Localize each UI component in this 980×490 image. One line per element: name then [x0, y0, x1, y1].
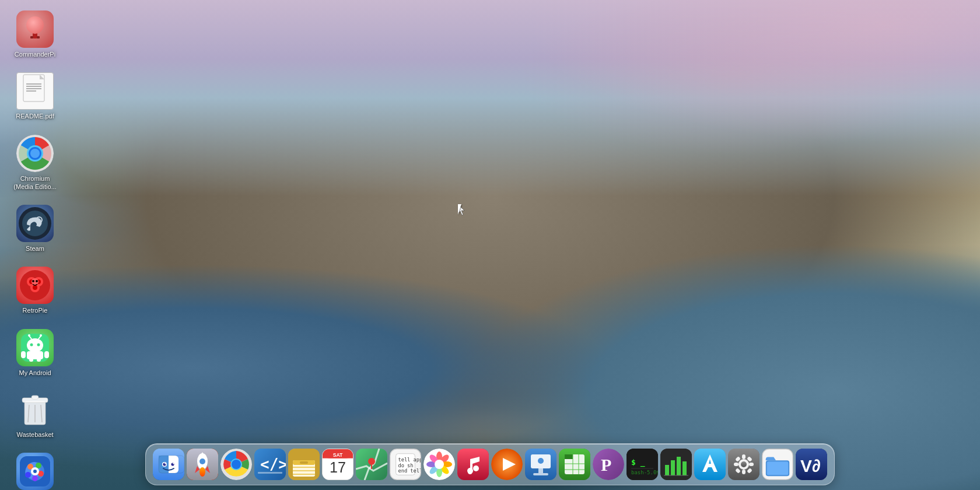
svg-point-0: [29, 20, 41, 32]
svg-text:$ _: $ _: [631, 458, 645, 467]
commanderpi-icon[interactable]: CommanderPi: [6, 6, 64, 63]
dock-calendar-icon: SAT 17: [322, 449, 354, 480]
dock-item-sysprefs[interactable]: [728, 449, 760, 480]
myandroid-label: My Android: [19, 369, 51, 377]
dock: </>: [145, 443, 835, 485]
svg-point-101: [368, 458, 375, 465]
svg-point-36: [30, 343, 33, 346]
svg-rect-8: [33, 32, 37, 38]
svg-point-22: [22, 211, 48, 236]
svg-text:end tell: end tell: [398, 468, 421, 474]
svg-point-58: [32, 475, 38, 481]
commanderpi-label: CommanderPi: [15, 50, 55, 58]
dock-chrome-icon: [220, 449, 252, 480]
dock-item-numbers[interactable]: [559, 449, 590, 480]
retropie-label: RetroPie: [23, 306, 48, 314]
dock-item-launchpad[interactable]: [187, 449, 218, 480]
svg-rect-85: [258, 472, 282, 474]
svg-text:do sh: do sh: [398, 463, 413, 468]
svg-point-3: [32, 20, 38, 26]
svg-point-71: [173, 463, 174, 464]
chromium-label-line1: Chromium: [20, 175, 50, 182]
myandroid-icon[interactable]: My Android: [6, 324, 64, 382]
dock-item-pockity[interactable]: P: [593, 449, 624, 480]
dock-appstore-icon: [694, 449, 726, 480]
dock-item-music[interactable]: [457, 449, 489, 480]
dock-item-infuse[interactable]: [491, 449, 523, 480]
svg-rect-125: [533, 473, 548, 475]
svg-point-76: [200, 459, 205, 464]
dock-item-appstore[interactable]: [694, 449, 726, 480]
svg-point-33: [36, 280, 38, 282]
readme-icon[interactable]: README.pdf: [6, 68, 64, 125]
themetwister-icon-image: [16, 453, 54, 490]
steam-icon[interactable]: Steam: [6, 200, 64, 257]
dock-item-photos[interactable]: [424, 449, 455, 480]
svg-rect-152: [734, 463, 738, 466]
chromium-icon-image: [16, 135, 54, 172]
dock-launchpad-icon: [187, 449, 218, 480]
dock-infuse-icon: [491, 449, 523, 480]
svg-point-79: [200, 467, 205, 477]
dock-item-calendar[interactable]: SAT 17: [322, 449, 354, 480]
svg-rect-9: [30, 36, 33, 38]
commanderpi-icon-image: [16, 10, 54, 48]
dock-item-keka[interactable]: [288, 449, 320, 480]
svg-point-61: [33, 470, 37, 473]
svg-point-116: [435, 460, 444, 469]
svg-text:17: 17: [330, 459, 346, 475]
dock-finder-icon: [153, 449, 184, 480]
dock-item-finder[interactable]: [153, 449, 184, 480]
dock-item-keynote[interactable]: [525, 449, 556, 480]
svg-rect-10: [37, 36, 40, 38]
myandroid-icon-image: [16, 329, 54, 366]
svg-point-37: [37, 343, 40, 346]
dock-item-xcode[interactable]: </>: [254, 449, 286, 480]
svg-rect-142: [671, 460, 675, 475]
dock-numbers-icon: [559, 449, 590, 480]
dock-item-veecle[interactable]: V∂: [796, 449, 827, 480]
svg-rect-144: [682, 461, 687, 475]
dock-item-terminal[interactable]: $ _ bash-5.0$: [626, 449, 658, 480]
dock-sysprefs-icon: [728, 449, 760, 480]
steam-icon-image: [16, 205, 54, 242]
svg-rect-49: [32, 396, 38, 399]
svg-text:bash-5.0$: bash-5.0$: [631, 470, 658, 475]
svg-rect-143: [677, 457, 681, 475]
svg-point-149: [741, 461, 747, 467]
svg-point-119: [473, 466, 479, 471]
dock-item-maps[interactable]: [356, 449, 387, 480]
svg-point-126: [538, 458, 544, 464]
svg-text:P: P: [601, 455, 611, 474]
desktop-icons: CommanderPi README.pdf: [0, 0, 70, 467]
dock-item-script[interactable]: tell app do sh end tell: [390, 449, 421, 480]
dock-script-icon: tell app do sh end tell: [390, 449, 421, 480]
svg-point-7: [36, 24, 38, 27]
svg-point-20: [30, 149, 40, 158]
svg-point-118: [467, 468, 473, 474]
svg-point-40: [28, 334, 30, 337]
dock-pockity-icon: P: [593, 449, 624, 480]
dock-files-icon: [762, 449, 793, 480]
svg-rect-44: [44, 351, 49, 358]
dock-terminal-icon: $ _ bash-5.0$: [626, 449, 658, 480]
svg-rect-42: [27, 351, 43, 359]
svg-point-41: [40, 334, 42, 337]
chromium-label: Chromium (Media Editio...: [13, 174, 56, 191]
dock-item-chrome[interactable]: [220, 449, 252, 480]
retropie-icon-image: [16, 267, 54, 304]
dock-item-files[interactable]: [762, 449, 793, 480]
wastebasket-icon-image: [16, 391, 54, 428]
dock-item-istatmenus[interactable]: [660, 449, 692, 480]
themetwister-icon[interactable]: ThemeTwister: [6, 448, 64, 490]
dock-music-icon: [457, 449, 489, 480]
svg-rect-43: [21, 351, 26, 358]
svg-point-35: [27, 338, 43, 352]
svg-point-4: [27, 21, 34, 29]
svg-point-68: [163, 463, 166, 466]
chromium-icon[interactable]: Chromium (Media Editio...: [6, 130, 64, 196]
retropie-icon[interactable]: RetroPie: [6, 262, 64, 319]
wastebasket-icon[interactable]: Wastebasket: [6, 386, 64, 443]
svg-point-30: [33, 285, 37, 290]
svg-point-5: [36, 21, 43, 29]
